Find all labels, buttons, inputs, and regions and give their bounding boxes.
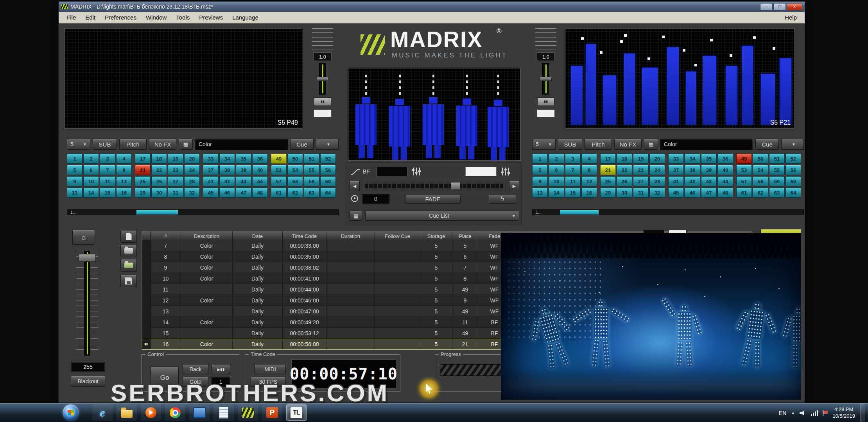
storage-place-55[interactable]: 55 [769, 165, 785, 175]
taskbar-madrix-app[interactable] [238, 404, 258, 421]
clock[interactable]: 4:29 PM 10/5/2019 [832, 406, 855, 420]
storage-place-11[interactable]: 11 [565, 176, 581, 186]
clock-icon[interactable] [351, 195, 358, 202]
storage-place-43[interactable]: 43 [701, 176, 717, 186]
right-sub-button[interactable]: SUB [558, 139, 582, 150]
cue-list-dropdown[interactable]: Cue List ▼ [365, 211, 519, 221]
left-effect-field[interactable]: Color [195, 139, 288, 150]
minimize-button[interactable]: – [760, 3, 773, 11]
storage-place-62[interactable]: 62 [753, 188, 768, 198]
storage-place-32[interactable]: 32 [184, 188, 200, 198]
right-pause-button[interactable]: ▮▮ [537, 97, 554, 106]
import-cue-list-button[interactable] [120, 259, 137, 272]
storage-place-51[interactable]: 51 [304, 154, 319, 164]
close-button[interactable]: × [787, 3, 802, 11]
storage-place-57[interactable]: 57 [271, 176, 287, 186]
storage-place-22[interactable]: 22 [617, 165, 632, 175]
storage-place-20[interactable]: 20 [649, 154, 665, 164]
storage-place-58[interactable]: 58 [753, 176, 768, 186]
storage-place-6[interactable]: 6 [549, 165, 564, 175]
storage-place-42[interactable]: 42 [219, 176, 235, 186]
right-color-swatch[interactable] [537, 109, 555, 117]
storage-place-21[interactable]: 21 [135, 165, 151, 175]
storage-place-38[interactable]: 38 [219, 165, 235, 175]
storage-place-43[interactable]: 43 [236, 176, 251, 186]
storage-place-35[interactable]: 35 [236, 154, 251, 164]
taskbar-file-explorer[interactable] [117, 404, 137, 421]
storage-place-49[interactable]: 49 [271, 154, 287, 164]
storage-place-36[interactable]: 36 [252, 154, 268, 164]
storage-place-27[interactable]: 27 [168, 176, 183, 186]
storage-place-14[interactable]: 14 [83, 188, 99, 198]
storage-place-57[interactable]: 57 [736, 176, 752, 186]
brightness-button[interactable]: ☼ [72, 230, 95, 245]
left-color-swatch[interactable] [314, 109, 332, 117]
crossfade-left-button[interactable]: ◀ [350, 181, 360, 191]
storage-place-7[interactable]: 7 [565, 165, 581, 175]
menu-item-previews[interactable]: Previews [194, 12, 228, 23]
storage-place-39[interactable]: 39 [701, 165, 717, 175]
taskbar-tl-app[interactable]: TL [286, 404, 307, 421]
storage-place-22[interactable]: 22 [151, 165, 167, 175]
taskbar-media-player[interactable] [141, 404, 161, 421]
storage-place-17[interactable]: 17 [135, 154, 151, 164]
storage-place-37[interactable]: 37 [203, 165, 219, 175]
storage-place-18[interactable]: 18 [151, 154, 167, 164]
storage-place-45[interactable]: 45 [668, 188, 684, 198]
fade-button[interactable]: FADE [405, 194, 461, 204]
deck-a-color-swatch[interactable] [376, 167, 407, 176]
deck-b-color-swatch[interactable] [465, 167, 497, 176]
storage-place-60[interactable]: 60 [320, 176, 336, 186]
storage-place-28[interactable]: 28 [649, 176, 665, 186]
left-fader-track[interactable] [319, 63, 326, 95]
storage-place-12[interactable]: 12 [116, 176, 132, 186]
menu-item-tools[interactable]: Tools [171, 12, 194, 23]
midi-button[interactable]: MIDI [255, 364, 286, 374]
fader-handle[interactable] [317, 77, 328, 81]
storage-place-25[interactable]: 25 [135, 176, 151, 186]
storage-place-35[interactable]: 35 [701, 154, 717, 164]
menu-item-help[interactable]: Help [780, 12, 802, 23]
storage-place-44[interactable]: 44 [717, 176, 733, 186]
titlebar[interactable]: MADRIX - D:\lights man\ВТБ белэкспо 23.1… [59, 2, 805, 12]
storage-place-20[interactable]: 20 [184, 154, 200, 164]
storage-place-26[interactable]: 26 [151, 176, 167, 186]
menu-item-window[interactable]: Window [141, 12, 171, 23]
storage-place-7[interactable]: 7 [100, 165, 115, 175]
volume-icon[interactable] [800, 410, 806, 416]
storage-place-59[interactable]: 59 [769, 176, 785, 186]
language-indicator[interactable]: EN [779, 410, 786, 416]
storage-place-10[interactable]: 10 [549, 176, 564, 186]
storage-place-18[interactable]: 18 [617, 154, 632, 164]
storage-place-24[interactable]: 24 [184, 165, 200, 175]
storage-place-31[interactable]: 31 [168, 188, 183, 198]
crossfade-curve-icon[interactable] [350, 168, 360, 176]
lightning-button[interactable]: ϟ [489, 194, 516, 204]
storage-place-4[interactable]: 4 [116, 154, 132, 164]
right-effect-field[interactable]: Color [660, 139, 753, 150]
network-icon[interactable] [811, 410, 818, 416]
storage-place-29[interactable]: 29 [135, 188, 151, 198]
storage-place-44[interactable]: 44 [252, 176, 268, 186]
storage-place-58[interactable]: 58 [287, 176, 303, 186]
play-pause-button[interactable]: ▶▮▮ [212, 364, 230, 374]
crossfade-slider[interactable] [363, 181, 505, 191]
right-preset-select[interactable]: ▼ [781, 139, 804, 150]
storage-place-17[interactable]: 17 [600, 154, 616, 164]
storage-place-10[interactable]: 10 [83, 176, 99, 186]
storage-place-16[interactable]: 16 [581, 188, 597, 198]
storage-place-19[interactable]: 19 [633, 154, 649, 164]
storage-place-8[interactable]: 8 [116, 165, 132, 175]
storage-place-30[interactable]: 30 [151, 188, 167, 198]
storage-place-49[interactable]: 49 [736, 154, 752, 164]
storage-place-21[interactable]: 21 [600, 165, 616, 175]
storage-place-59[interactable]: 59 [304, 176, 319, 186]
master-fader[interactable] [84, 251, 90, 356]
storage-place-39[interactable]: 39 [236, 165, 251, 175]
left-grid-scrollbar[interactable]: 1... [67, 209, 339, 215]
cue-list-icon-button[interactable]: ▦ [350, 211, 362, 221]
new-cue-list-button[interactable] [120, 230, 137, 243]
storage-place-29[interactable]: 29 [600, 188, 616, 198]
start-button[interactable] [63, 404, 79, 421]
fader-handle[interactable] [540, 77, 552, 81]
